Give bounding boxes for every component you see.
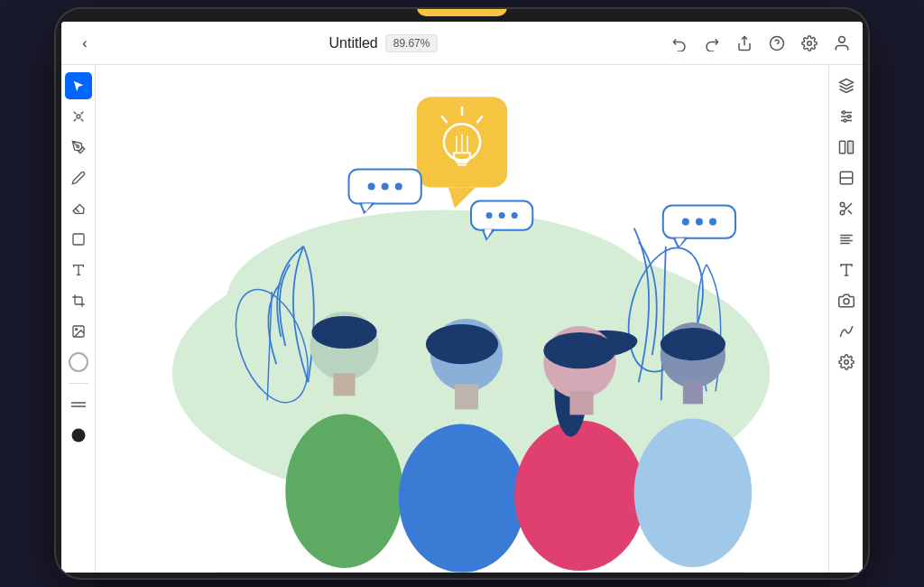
- align-tool[interactable]: [833, 226, 860, 253]
- tool-separator: [69, 383, 88, 384]
- layers-tool[interactable]: [833, 72, 860, 99]
- svg-point-48: [285, 414, 402, 568]
- svg-point-56: [514, 420, 645, 571]
- device-frame: ‹ Untitled 89.67%: [56, 9, 868, 578]
- crop-tool[interactable]: [65, 287, 92, 314]
- svg-rect-7: [73, 234, 84, 245]
- eraser-tool[interactable]: [65, 195, 92, 222]
- text-style-panel-tool[interactable]: [833, 256, 860, 284]
- back-button[interactable]: ‹: [72, 31, 97, 56]
- svg-point-35: [395, 182, 402, 190]
- svg-line-81: [847, 210, 851, 214]
- select-tool[interactable]: [65, 72, 92, 99]
- toolbar-title-area: Untitled 89.67%: [105, 34, 662, 52]
- svg-point-34: [382, 182, 389, 190]
- help-button[interactable]: [767, 33, 787, 53]
- stroke-color-picker[interactable]: [69, 352, 88, 372]
- svg-point-73: [844, 119, 846, 122]
- svg-point-90: [844, 360, 848, 365]
- object-settings-panel-tool[interactable]: [833, 349, 860, 376]
- document-title: Untitled: [329, 35, 378, 51]
- svg-point-5: [77, 115, 80, 118]
- speech-bubble-1: [349, 169, 421, 212]
- camera-panel-tool[interactable]: [833, 287, 860, 314]
- lightbulb-box: [417, 97, 507, 208]
- left-sidebar: [61, 65, 96, 573]
- canvas-area[interactable]: [96, 65, 828, 573]
- svg-point-39: [486, 212, 493, 219]
- svg-rect-65: [683, 380, 703, 404]
- share-button[interactable]: [735, 33, 754, 53]
- svg-point-40: [499, 212, 505, 219]
- svg-point-6: [77, 145, 79, 148]
- svg-point-3: [808, 41, 812, 45]
- fill-color-tool[interactable]: [65, 422, 92, 449]
- speech-bubble-3: [663, 206, 735, 247]
- pencil-tool[interactable]: [65, 164, 92, 191]
- undo-button[interactable]: [670, 33, 689, 53]
- svg-rect-55: [455, 384, 478, 409]
- zoom-level[interactable]: 89.67%: [385, 34, 439, 52]
- svg-rect-61: [569, 391, 593, 415]
- export-panel-tool[interactable]: [833, 164, 860, 191]
- rectangle-tool[interactable]: [65, 226, 92, 253]
- stroke-panel-tool[interactable]: [833, 134, 860, 161]
- svg-point-52: [399, 424, 526, 573]
- effects-tool[interactable]: [833, 103, 860, 130]
- svg-point-11: [75, 329, 77, 331]
- svg-point-45: [682, 219, 689, 226]
- redo-button[interactable]: [702, 33, 722, 53]
- device-top-bar: [56, 9, 868, 22]
- image-tool[interactable]: [65, 318, 92, 345]
- text-tool[interactable]: [65, 256, 92, 284]
- svg-point-79: [840, 210, 845, 215]
- svg-point-46: [696, 219, 703, 226]
- svg-point-47: [709, 219, 716, 226]
- svg-point-60: [543, 332, 615, 368]
- svg-rect-51: [333, 373, 355, 396]
- rulers-tool[interactable]: [65, 391, 92, 418]
- svg-point-71: [842, 111, 845, 114]
- transform-tool[interactable]: [65, 103, 92, 130]
- svg-point-64: [661, 328, 725, 360]
- main-area: [61, 65, 863, 573]
- svg-point-33: [368, 182, 375, 190]
- pen-tool[interactable]: [65, 134, 92, 161]
- svg-rect-75: [847, 141, 853, 154]
- svg-point-4: [839, 36, 845, 42]
- svg-point-14: [71, 429, 85, 443]
- toolbar: ‹ Untitled 89.67%: [61, 22, 863, 65]
- svg-point-50: [311, 316, 376, 349]
- right-sidebar: [828, 65, 863, 573]
- svg-point-78: [840, 202, 845, 207]
- settings-button[interactable]: [799, 33, 819, 53]
- cut-tool[interactable]: [833, 195, 860, 222]
- device-screen: ‹ Untitled 89.67%: [61, 22, 863, 573]
- svg-point-62: [634, 418, 752, 567]
- canvas-svg: [96, 65, 828, 573]
- usb-connector: [417, 9, 507, 16]
- curve-panel-tool[interactable]: [833, 318, 860, 345]
- svg-rect-74: [839, 141, 845, 154]
- svg-point-54: [426, 324, 498, 364]
- svg-point-89: [844, 299, 849, 304]
- toolbar-actions: [670, 33, 852, 53]
- svg-point-41: [512, 212, 518, 219]
- profile-button[interactable]: [832, 33, 852, 53]
- svg-point-72: [847, 116, 850, 118]
- svg-line-82: [844, 206, 846, 209]
- svg-marker-67: [839, 79, 853, 87]
